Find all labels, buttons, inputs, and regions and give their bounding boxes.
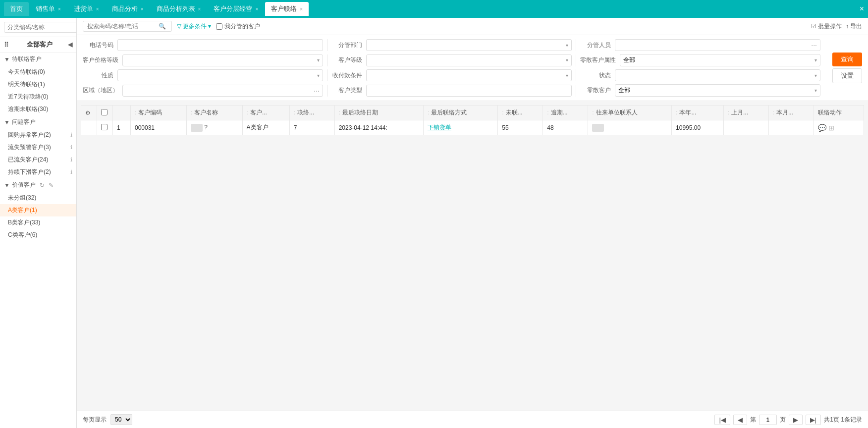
group-problem-customers[interactable]: ▼ 问题客户 bbox=[0, 115, 76, 129]
first-page-button[interactable]: |◀ bbox=[714, 415, 730, 425]
region-input[interactable]: ··· bbox=[122, 85, 323, 97]
tab-customer-contact-close[interactable]: × bbox=[300, 6, 303, 12]
tab-analysis-list-close[interactable]: × bbox=[198, 6, 201, 12]
sidebar-item-class-c[interactable]: C类客户(6) bbox=[0, 229, 76, 241]
last-method-link[interactable]: 下销货单 bbox=[428, 124, 451, 131]
sidebar-item-lost[interactable]: 已流失客户(24) ℹ bbox=[0, 154, 76, 166]
sidebar-item-tomorrow[interactable]: 明天待联络(1) bbox=[0, 78, 76, 91]
tab-home[interactable]: 首页 bbox=[4, 2, 29, 16]
filter-more-button[interactable]: ▽ 更多条件 ▾ bbox=[177, 22, 211, 31]
col-name[interactable]: :客户名称 bbox=[186, 106, 242, 120]
customer-level-caret: ▾ bbox=[566, 57, 568, 63]
filter-search-box[interactable]: 🔍 bbox=[83, 21, 172, 32]
row-last-method-cell[interactable]: 下销货单 bbox=[424, 120, 498, 135]
tab-customer-contact[interactable]: 客户联络 × bbox=[265, 2, 309, 16]
qr-icon[interactable]: ⊞ bbox=[828, 124, 834, 132]
tab-sales[interactable]: 销售单 × bbox=[30, 2, 67, 16]
select-all-checkbox[interactable] bbox=[101, 109, 108, 115]
col-no-contact[interactable]: :未联... bbox=[498, 106, 543, 120]
sidebar-item-class-a[interactable]: A类客户(1) bbox=[0, 204, 76, 216]
price-level-select[interactable]: ▾ bbox=[122, 54, 323, 66]
col-this-year[interactable]: :本年... bbox=[672, 106, 724, 120]
dept-select[interactable]: ▾ bbox=[366, 39, 572, 51]
my-customers-checkbox[interactable] bbox=[216, 23, 222, 30]
row-check-cell[interactable] bbox=[97, 120, 113, 135]
sidebar-search-input[interactable] bbox=[4, 22, 77, 33]
tab-purchase[interactable]: 进货单 × bbox=[68, 2, 105, 16]
group-value-arrow: ▼ bbox=[4, 182, 10, 189]
page-of-label: 页 bbox=[780, 416, 786, 424]
abnormal-label: 回购异常客户(2) bbox=[8, 131, 70, 139]
dept-caret: ▾ bbox=[566, 43, 568, 48]
group-value-refresh-icon[interactable]: ↻ bbox=[40, 182, 45, 189]
tab-purchase-close[interactable]: × bbox=[96, 6, 99, 12]
sidebar-item-declining[interactable]: 持续下滑客户(2) ℹ bbox=[0, 166, 76, 178]
filter-search-icon[interactable]: 🔍 bbox=[159, 23, 166, 30]
sidebar-item-today[interactable]: 今天待联络(0) bbox=[0, 66, 76, 78]
row-this-month-cell bbox=[768, 120, 814, 135]
col-last-date[interactable]: :最后联络日期 bbox=[334, 106, 423, 120]
tab-sales-close[interactable]: × bbox=[58, 6, 61, 12]
tab-customer-tier[interactable]: 客户分层经营 × bbox=[208, 2, 264, 16]
group-value-edit-icon[interactable]: ✎ bbox=[49, 182, 54, 189]
sidebar-item-abnormal[interactable]: 回购异常客户(2) ℹ bbox=[0, 129, 76, 141]
page-number-input[interactable] bbox=[759, 415, 777, 425]
customer-level-select[interactable]: ▾ bbox=[366, 54, 572, 66]
sidebar-item-overdue[interactable]: 逾期未联络(30) bbox=[0, 103, 76, 115]
row-checkbox[interactable] bbox=[101, 124, 108, 130]
all-customers-header[interactable]: ⠿ 全部客户 ◀ bbox=[0, 37, 76, 53]
filter-search-input[interactable] bbox=[87, 23, 157, 30]
my-customers-filter[interactable]: 我分管的客户 bbox=[216, 22, 260, 31]
payment-select[interactable]: ▾ bbox=[366, 69, 572, 81]
sidebar-item-class-b[interactable]: B类客户(33) bbox=[0, 216, 76, 229]
col-check[interactable] bbox=[97, 106, 113, 120]
close-all-button[interactable]: × bbox=[860, 4, 864, 13]
batch-op-button[interactable]: ☑ 批量操作 bbox=[811, 22, 842, 31]
nature-label: 性质 bbox=[83, 71, 117, 80]
per-page-select[interactable]: 50 bbox=[110, 414, 132, 425]
per-page-label: 每页显示 bbox=[83, 416, 107, 424]
col-last-method[interactable]: :最后联络方式 bbox=[424, 106, 498, 120]
retail-customer-select[interactable]: 全部▾ bbox=[615, 84, 820, 97]
col-gear[interactable]: ⚙ bbox=[81, 106, 97, 120]
group-value-customers[interactable]: ▼ 价值客户 ↻ ✎ bbox=[0, 178, 76, 192]
tab-analysis-list[interactable]: 商品分析列表 × bbox=[151, 2, 207, 16]
sidebar-item-7days[interactable]: 近7天待联络(0) bbox=[0, 91, 76, 103]
tab-purchase-label: 进货单 bbox=[74, 4, 93, 13]
last-page-button[interactable]: ▶| bbox=[806, 415, 821, 425]
retail-attr-select[interactable]: 全部▾ bbox=[620, 54, 820, 66]
nature-select[interactable]: ▾ bbox=[117, 69, 323, 81]
table-header: ⚙ :客户编码 :客户名称 :客户... :联络... :最后联络日期 :最后联… bbox=[81, 106, 864, 120]
sidebar-collapse-icon[interactable]: ◀ bbox=[68, 41, 72, 48]
query-button[interactable]: 查询 bbox=[832, 53, 862, 66]
tab-customer-tier-close[interactable]: × bbox=[255, 6, 258, 12]
table-body: 1 000031 ? A类客户 7 2023-04-12 14:44: 下销货单… bbox=[81, 120, 864, 135]
row-this-year-cell: 10995.00 bbox=[672, 120, 724, 135]
manager-input[interactable]: ··· bbox=[615, 39, 820, 51]
col-unit-contact[interactable]: :往来单位联系人 bbox=[588, 106, 672, 120]
col-overdue[interactable]: :逾期... bbox=[543, 106, 588, 120]
group-pending-contact[interactable]: ▼ 待联络客户 bbox=[0, 53, 76, 66]
sidebar-item-warning[interactable]: 流失预警客户(3) ℹ bbox=[0, 141, 76, 154]
top-navigation: 首页 销售单 × 进货单 × 商品分析 × 商品分析列表 × 客户分层经营 × … bbox=[0, 0, 868, 18]
header-row: ⚙ :客户编码 :客户名称 :客户... :联络... :最后联络日期 :最后联… bbox=[81, 106, 864, 120]
prev-page-button[interactable]: ◀ bbox=[733, 415, 747, 425]
phone-input[interactable] bbox=[117, 39, 323, 51]
col-contact[interactable]: :联络... bbox=[289, 106, 334, 120]
next-page-button[interactable]: ▶ bbox=[789, 415, 803, 425]
tab-analysis[interactable]: 商品分析 × bbox=[106, 2, 150, 16]
chat-icon[interactable]: 💬 bbox=[818, 124, 826, 132]
col-last-month[interactable]: :上月... bbox=[723, 106, 768, 120]
status-select[interactable]: ▾ bbox=[615, 69, 820, 81]
customer-type-input[interactable] bbox=[366, 85, 572, 97]
col-type[interactable]: :客户... bbox=[242, 106, 289, 120]
tab-analysis-close[interactable]: × bbox=[141, 6, 144, 12]
col-this-month[interactable]: :本月... bbox=[768, 106, 814, 120]
settings-button[interactable]: 设置 bbox=[832, 68, 862, 83]
col-code[interactable]: :客户编码 bbox=[131, 106, 187, 120]
price-level-caret: ▾ bbox=[317, 57, 320, 63]
export-button[interactable]: ↑ 导出 bbox=[846, 22, 862, 31]
sidebar-item-unclassified[interactable]: 未分组(32) bbox=[0, 192, 76, 204]
class-b-label: B类客户(33) bbox=[8, 218, 72, 227]
customer-level-label: 客户等级 bbox=[331, 56, 366, 64]
